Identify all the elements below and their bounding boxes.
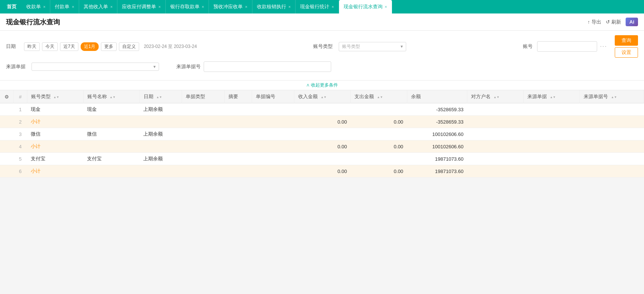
cell-date: 上期余额 — [140, 128, 182, 140]
filter-row-source: 来源单据 ▾ 来源单据号 — [6, 61, 638, 72]
close-icon[interactable]: × — [245, 4, 247, 9]
th-doc-type[interactable]: 单据类型 — [182, 90, 224, 103]
cell-expense: 0.00 — [351, 116, 407, 128]
th-account-name[interactable]: 账号名称 ▲▼ — [83, 90, 140, 103]
date-btn-7days[interactable]: 近7天 — [60, 42, 78, 51]
th-date[interactable]: 日期 ▲▼ — [140, 90, 182, 103]
settings-button[interactable]: 设置 — [615, 47, 638, 58]
cell-source-doc-num — [580, 153, 644, 165]
nav-tab-qitashourudan[interactable]: 其他收入单 × — [79, 0, 117, 13]
row-gear[interactable] — [0, 140, 14, 153]
cell-income: 0.00 — [294, 116, 351, 128]
cell-source-doc — [524, 103, 580, 116]
cell-doc-type — [182, 153, 224, 165]
source-doc-num-label: 来源单据号 — [176, 63, 201, 70]
refresh-button[interactable]: ↺ 刷新 — [606, 19, 621, 25]
th-balance[interactable]: 余额 — [407, 90, 467, 103]
source-doc-num-input[interactable] — [204, 61, 331, 72]
table-row: 3 微信 微信 上期余额 100102606.60 — [0, 128, 644, 140]
nav-tab-shoukuan[interactable]: 收款核销执行 × — [252, 0, 296, 13]
more-options-button[interactable]: ··· — [600, 43, 607, 50]
nav-tab-xianjintongji[interactable]: 现金银行统计 × — [296, 0, 339, 13]
close-icon[interactable]: × — [288, 4, 291, 9]
chevron-down-icon: ▾ — [153, 64, 156, 69]
th-source-doc[interactable]: 来源单据 ▲▼ — [524, 90, 580, 103]
export-button[interactable]: ↑ 导出 — [588, 19, 602, 25]
th-expense[interactable]: 支出金额 ▲▼ — [351, 90, 407, 103]
th-counterparty[interactable]: 对方户名 ▲▼ — [467, 90, 524, 103]
date-btn-1month[interactable]: 近1月 — [81, 42, 99, 51]
nav-tab-yushoudan[interactable]: 预收冲应收单 × — [209, 0, 252, 13]
nav-tab-fukundan[interactable]: 付款单 × — [50, 0, 79, 13]
th-doc-number[interactable]: 单据编号 — [252, 90, 294, 103]
cell-counterparty — [467, 165, 524, 178]
table-row: 6 小计 0.00 0.00 19871073.60 — [0, 165, 644, 178]
source-doc-select[interactable]: ▾ — [32, 63, 159, 71]
top-nav: 首页 收款单 × 付款单 × 其他收入单 × 应收应付调整单 × 银行存取款单 … — [0, 0, 644, 13]
row-gear[interactable] — [0, 103, 14, 116]
date-btn-more[interactable]: 更多 — [101, 42, 117, 51]
cell-account-name: 微信 — [83, 128, 140, 140]
close-icon[interactable]: × — [43, 4, 45, 9]
close-icon[interactable]: × — [202, 4, 204, 9]
cell-income: 0.00 — [294, 165, 351, 178]
cell-account-type: 支付宝 — [27, 153, 83, 165]
sort-icon: ▲▼ — [611, 96, 617, 99]
cell-summary — [224, 165, 252, 178]
close-icon[interactable]: × — [110, 4, 113, 9]
row-gear[interactable] — [0, 116, 14, 128]
close-icon[interactable]: × — [385, 4, 387, 9]
date-btn-yesterday[interactable]: 昨天 — [24, 42, 40, 51]
cell-date — [140, 165, 182, 178]
cell-doc-number — [252, 128, 294, 140]
account-type-select[interactable]: 账号类型 ▾ — [339, 42, 406, 51]
th-gear[interactable]: ⚙ — [0, 90, 14, 103]
th-source-doc-num[interactable]: 来源单据号 ▲▼ — [580, 90, 644, 103]
close-icon[interactable]: × — [332, 4, 334, 9]
nav-home[interactable]: 首页 — [2, 3, 22, 10]
cell-doc-type — [182, 103, 224, 116]
close-icon[interactable]: × — [72, 4, 74, 9]
cell-source-doc-num — [580, 140, 644, 153]
sort-icon: ▲▼ — [156, 96, 162, 99]
cell-expense — [351, 153, 407, 165]
nav-tab-yingshoutiaozheng[interactable]: 应收应付调整单 × — [117, 0, 165, 13]
cell-doc-type — [182, 140, 224, 153]
th-account-type[interactable]: 账号类型 ▲▼ — [27, 90, 83, 103]
cell-date — [140, 116, 182, 128]
sort-icon: ▲▼ — [110, 96, 116, 99]
close-icon[interactable]: × — [158, 4, 161, 9]
cell-expense: 0.00 — [351, 140, 407, 153]
cell-income — [294, 128, 351, 140]
cell-summary — [224, 103, 252, 116]
nav-tab-shoukundan[interactable]: 收款单 × — [22, 0, 50, 13]
row-gear[interactable] — [0, 128, 14, 140]
query-button[interactable]: 查询 — [615, 35, 638, 46]
collapse-bar[interactable]: ∧ 收起更多条件 — [0, 81, 644, 90]
header-actions: ↑ 导出 ↺ 刷新 Ai — [588, 18, 638, 26]
date-btn-custom[interactable]: 自定义 — [119, 42, 139, 51]
sort-icon: ▲▼ — [53, 96, 59, 99]
th-summary[interactable]: 摘要 — [224, 90, 252, 103]
cell-balance: 19871073.60 — [407, 153, 467, 165]
th-income[interactable]: 收入金额 ▲▼ — [294, 90, 351, 103]
account-input[interactable] — [537, 41, 597, 52]
cell-counterparty — [467, 103, 524, 116]
row-gear[interactable] — [0, 153, 14, 165]
nav-tab-liushuichaxun[interactable]: 现金银行流水查询 × — [339, 0, 392, 13]
page-title: 现金银行流水查询 — [6, 18, 60, 27]
row-gear[interactable] — [0, 165, 14, 178]
sort-icon: ▲▼ — [550, 96, 556, 99]
cell-doc-number — [252, 153, 294, 165]
chevron-down-icon: ▾ — [401, 44, 403, 49]
date-btn-today[interactable]: 今天 — [42, 42, 58, 51]
cell-expense: 0.00 — [351, 165, 407, 178]
ai-button[interactable]: Ai — [626, 18, 638, 26]
cell-doc-type — [182, 165, 224, 178]
cell-summary — [224, 128, 252, 140]
cell-account-type: 小计 — [27, 116, 83, 128]
cell-doc-number — [252, 140, 294, 153]
row-index: 1 — [14, 103, 27, 116]
cell-account-type: 小计 — [27, 165, 83, 178]
nav-tab-yinhang[interactable]: 银行存取款单 × — [166, 0, 209, 13]
